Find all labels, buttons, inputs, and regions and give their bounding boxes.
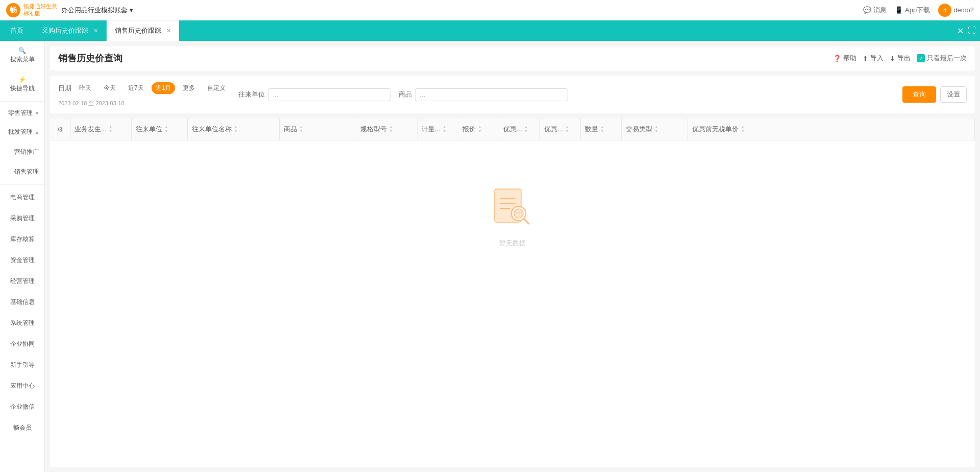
sort-icon: ▲▼ <box>741 125 745 133</box>
help-action[interactable]: ❓ 帮助 <box>833 54 856 63</box>
sidebar-item-app-center[interactable]: 应用中心 <box>2 376 42 395</box>
import-action[interactable]: ⬆ 导入 <box>863 54 884 63</box>
sidebar-item-purchase-mgmt[interactable]: 采购管理 <box>2 209 42 228</box>
logo-area: 畅 畅捷通好生意 标准版 <box>6 3 57 17</box>
sort-icon: ▲▼ <box>524 125 528 133</box>
page-title: 销售历史价查询 <box>58 52 122 64</box>
empty-illustration <box>482 181 543 232</box>
tab-purchase-history[interactable]: 采购历史价跟踪 ✕ <box>34 20 107 41</box>
sidebar-item-new-guide[interactable]: 新手引导 <box>2 356 42 374</box>
product-filter: 商品 ... <box>399 88 568 101</box>
date-btn-last7[interactable]: 近7天 <box>124 82 149 95</box>
settings-button[interactable]: 设置 <box>940 86 967 103</box>
sort-icon: ▲▼ <box>234 125 238 133</box>
date-btn-last1m[interactable]: 近1月 <box>152 82 176 94</box>
tab-bar: 首页 采购历史价跟踪 ✕ 销售历史价跟踪 ✕ ✕ ⛶ <box>0 20 980 41</box>
th-notax-price[interactable]: 优惠前无税单价 ▲▼ <box>688 119 975 140</box>
sort-icon: ▲▼ <box>600 125 604 133</box>
svg-point-10 <box>521 212 522 214</box>
filter-bar: 日期 昨天 今天 近7天 近1月 更多 自定义 2023-02-18 至 202… <box>50 76 975 113</box>
th-quote[interactable]: 报价 ▲▼ <box>458 119 499 140</box>
sidebar-item-base-info[interactable]: 基础信息 <box>2 293 42 312</box>
sort-icon: ▲▼ <box>565 125 569 133</box>
sidebar-item-search-menu[interactable]: 🔍 搜索菜单 <box>2 42 42 69</box>
export-action[interactable]: ⬇ 导出 <box>890 54 911 63</box>
sidebar-item-vip[interactable]: 畅会员 <box>2 418 42 437</box>
th-partner-name[interactable]: 往来单位名称 ▲▼ <box>188 119 280 140</box>
th-unit[interactable]: 计量... ▲▼ <box>418 119 458 140</box>
export-icon: ⬇ <box>890 55 895 62</box>
empty-state: 暂无数据 <box>50 140 975 289</box>
filter-row: 日期 昨天 今天 近7天 近1月 更多 自定义 2023-02-18 至 202… <box>58 82 967 107</box>
sidebar-item-marketing[interactable]: 营销推广 <box>10 143 42 161</box>
tab-bar-actions: ✕ ⛶ <box>957 26 980 36</box>
workspace-selector[interactable]: 办公用品行业模拟账套 ▾ <box>61 6 133 15</box>
th-trade-type[interactable]: 交易类型 ▲▼ <box>622 119 688 140</box>
sidebar-item-enterprise-wechat[interactable]: 企业微信 <box>2 397 42 416</box>
date-btn-more[interactable]: 更多 <box>178 82 200 95</box>
sidebar-item-inventory[interactable]: 库存核算 <box>2 230 42 249</box>
empty-text: 暂无数据 <box>499 239 526 248</box>
tab-maximize-icon[interactable]: ⛶ <box>968 26 976 35</box>
nav-icon: ⚡ <box>18 76 26 83</box>
product-input[interactable]: ... <box>415 88 568 101</box>
sidebar-item-operations-mgmt[interactable]: 经营管理 <box>2 272 42 291</box>
page-header-actions: ❓ 帮助 ⬆ 导入 ⬇ 导出 ✓ 只看最后一次 <box>833 54 967 63</box>
partner-filter: 往来单位 ... <box>238 88 390 101</box>
sort-icon: ▲▼ <box>109 125 113 133</box>
sidebar-item-quick-nav[interactable]: ⚡ 快捷导航 <box>2 71 42 98</box>
page-header: 销售历史价查询 ❓ 帮助 ⬆ 导入 ⬇ 导出 ✓ 只看最后一次 <box>50 46 975 70</box>
th-disc2[interactable]: 优惠... ▲▼ <box>540 119 581 140</box>
sidebar-item-retail-mgmt[interactable]: 零售管理 ▾ <box>0 104 44 123</box>
logo-icon: 畅 <box>6 3 20 17</box>
help-icon: ❓ <box>833 55 841 62</box>
tab-home[interactable]: 首页 <box>0 26 34 35</box>
sidebar-item-ecommerce-mgmt[interactable]: 电商管理 <box>2 188 42 207</box>
sidebar-item-wholesale-mgmt[interactable]: 批发管理 ▴ <box>0 123 44 141</box>
checkbox-icon: ✓ <box>917 54 925 62</box>
th-partner[interactable]: 往来单位 ▲▼ <box>132 119 188 140</box>
download-item[interactable]: 📱 App下载 <box>895 6 930 15</box>
content-area: 销售历史价查询 ❓ 帮助 ⬆ 导入 ⬇ 导出 ✓ 只看最后一次 <box>45 41 980 472</box>
user-item[interactable]: d demo2 <box>938 4 974 17</box>
import-icon: ⬆ <box>863 55 868 62</box>
top-bar-left: 畅 畅捷通好生意 标准版 办公用品行业模拟账套 ▾ <box>6 3 133 17</box>
table-header: ⚙ 业务发生... ▲▼ 往来单位 ▲▼ 往来单位名称 ▲▼ 商品 ▲▼ <box>50 119 975 140</box>
sidebar: 🔍 搜索菜单 ⚡ 快捷导航 零售管理 ▾ 批发管理 ▴ 营销推广 销售管理 电商… <box>0 41 45 472</box>
chevron-up-icon: ▴ <box>36 129 38 135</box>
svg-point-6 <box>514 209 523 218</box>
search-icon: 🔍 <box>18 47 26 54</box>
date-row: 日期 昨天 今天 近7天 近1月 更多 自定义 <box>58 82 230 95</box>
partner-input[interactable]: ... <box>268 88 390 101</box>
th-spec[interactable]: 规格型号 ▲▼ <box>356 119 418 140</box>
chevron-down-icon: ▾ <box>36 110 38 116</box>
sort-icon: ▲▼ <box>299 125 303 133</box>
date-range-display: 2023-02-18 至 2023-03-18 <box>58 100 125 107</box>
table-container: ⚙ 业务发生... ▲▼ 往来单位 ▲▼ 往来单位名称 ▲▼ 商品 ▲▼ <box>50 119 975 467</box>
date-btn-today[interactable]: 今天 <box>99 82 120 95</box>
only-last-checkbox[interactable]: ✓ 只看最后一次 <box>917 54 967 63</box>
tab-purchase-close-icon[interactable]: ✕ <box>93 28 98 34</box>
sidebar-item-sales-mgmt[interactable]: 销售管理 <box>10 162 42 181</box>
sidebar-divider-1 <box>0 101 44 102</box>
sort-icon: ▲▼ <box>389 125 393 133</box>
message-item[interactable]: 💬 消息 <box>863 6 887 15</box>
th-product[interactable]: 商品 ▲▼ <box>280 119 356 140</box>
sidebar-item-system-mgmt[interactable]: 系统管理 <box>2 314 42 333</box>
phone-icon: 📱 <box>895 6 903 14</box>
th-disc1[interactable]: 优惠... ▲▼ <box>499 119 540 140</box>
tab-sales-close-icon[interactable]: ✕ <box>166 28 171 34</box>
query-button[interactable]: 查询 <box>902 86 936 103</box>
th-qty[interactable]: 数量 ▲▼ <box>581 119 622 140</box>
tab-close-all-icon[interactable]: ✕ <box>957 26 964 36</box>
sort-icon: ▲▼ <box>164 125 168 133</box>
tab-sales-history[interactable]: 销售历史价跟踪 ✕ <box>107 20 179 41</box>
sidebar-item-enterprise-collab[interactable]: 企业协同 <box>2 335 42 353</box>
th-biz-date[interactable]: 业务发生... ▲▼ <box>70 119 132 140</box>
settings-icon: ⚙ <box>57 126 63 133</box>
svg-point-8 <box>517 212 518 214</box>
th-settings[interactable]: ⚙ <box>50 119 70 140</box>
date-btn-custom[interactable]: 自定义 <box>203 82 230 95</box>
date-btn-yesterday[interactable]: 昨天 <box>75 82 96 95</box>
sidebar-item-finance-mgmt[interactable]: 资金管理 <box>2 251 42 270</box>
